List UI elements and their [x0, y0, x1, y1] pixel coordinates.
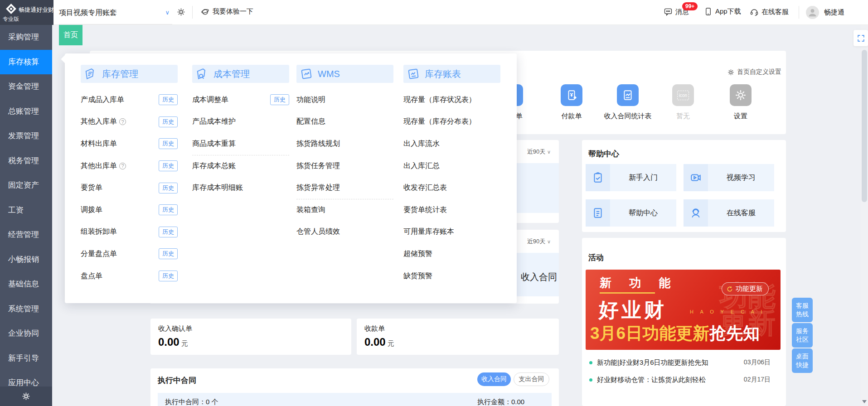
menu-item[interactable]: 拣货异常处理 ? [296, 177, 393, 199]
online-service-button[interactable]: 在线客服 [750, 7, 789, 16]
gear-icon[interactable] [22, 392, 30, 401]
menu-item[interactable]: 库存成本总账 ? [192, 155, 289, 177]
menu-item[interactable]: 拣货路线规划 ? [296, 133, 393, 155]
income-contract-pill[interactable]: 收入合同 [477, 372, 511, 386]
history-badge[interactable]: 历史 [270, 94, 289, 105]
shortcut-settings-label: 设置 [713, 112, 768, 121]
menu-item[interactable]: 组装拆卸单 ? 历史 [81, 221, 178, 243]
document-icon [592, 207, 604, 219]
shortcut-contract-report-label: 收入合同统计表 [601, 112, 655, 121]
menu-item[interactable]: 调拨单 ? 历史 [81, 199, 178, 221]
placeholder-icon: icon [677, 91, 689, 100]
fullscreen-button[interactable] [853, 30, 868, 46]
shortcut-contract-report[interactable]: 收入合同统计表 [601, 84, 655, 121]
history-badge[interactable]: 历史 [159, 94, 178, 105]
help-question-icon[interactable]: ? [119, 118, 126, 125]
stat-value: 0.00元 [158, 336, 188, 348]
menu-item[interactable]: 超储预警 ? [403, 243, 500, 265]
menu-item[interactable]: 要货单 ? 历史 [81, 177, 178, 199]
news-item[interactable]: 好业财移动仓管：让拣货从此刻轻松 02月17日 [586, 373, 782, 387]
menu-item[interactable]: 库存成本明细账 ? [192, 177, 289, 199]
sidebar-item[interactable]: 企业协同 [0, 321, 52, 346]
scroll-down-arrow[interactable] [862, 400, 867, 403]
history-badge[interactable]: 历史 [159, 271, 178, 281]
sidebar-item[interactable]: 总账管理 [0, 99, 52, 124]
income-confirm-card[interactable]: 收入确认单 0.00元 [150, 319, 351, 355]
dock-tab[interactable]: 桌面 快捷 [792, 348, 813, 373]
history-badge[interactable]: 历史 [159, 160, 178, 171]
smartphone-icon [704, 7, 713, 16]
sidebar-item[interactable]: 发票管理 [0, 124, 52, 149]
menu-item[interactable]: 产成品入库单 ? 历史 [81, 89, 178, 111]
history-badge[interactable]: 历史 [159, 204, 178, 215]
menu-header-inventory: 库存管理 [81, 65, 178, 83]
sidebar-item[interactable]: 系统管理 [0, 297, 52, 322]
history-badge[interactable]: 历史 [159, 248, 178, 259]
sidebar-item[interactable]: 资金管理 [0, 74, 52, 99]
dock-tab[interactable]: 客服 热线 [792, 298, 813, 322]
sidebar-item[interactable]: 税务管理 [0, 149, 52, 174]
range-dropdown[interactable]: 近90天 ∨ [527, 237, 551, 246]
menu-item[interactable]: 其他入库单 ? 历史 [81, 111, 178, 133]
sidebar-item[interactable]: 基础信息 [0, 272, 52, 297]
menu-item[interactable]: 配置信息 ? [296, 111, 393, 133]
menu-item[interactable]: 要货单统计表 ? [403, 199, 500, 221]
dock-tab[interactable]: 服务 社区 [792, 323, 813, 348]
promo-banner[interactable]: 功能 更新 新 功 能 好业财 3月6日功能更新抢先知 功能更新 H A O Y… [586, 270, 781, 350]
menu-item[interactable]: 产品成本维护 ? [192, 111, 289, 133]
tab-home[interactable]: 首页 [59, 25, 82, 45]
menu-item[interactable]: 出入库流水 ? [403, 133, 500, 155]
menu-item[interactable]: 盘点单 ? 历史 [81, 265, 178, 287]
news-item[interactable]: 新功能|好业财3月6日功能更新抢先知 03月06日 [586, 356, 782, 369]
range-dropdown[interactable]: 近90天 ∨ [527, 148, 551, 156]
shortcut-empty[interactable]: icon 暂无 [656, 84, 710, 121]
user-avatar[interactable] [806, 6, 819, 19]
menu-item[interactable]: 缺货预警 ? [403, 265, 500, 287]
account-selector[interactable]: 项目视频专用账套 ∨ [59, 0, 172, 24]
user-name[interactable]: 畅捷通 [824, 8, 844, 17]
sidebar-item[interactable]: 采购管理 [0, 25, 52, 50]
shortcut-payment[interactable]: 付款单 [544, 84, 599, 121]
menu-item[interactable]: 成本调整单 ? 历史 [192, 89, 289, 111]
help-tile-video-learning[interactable]: 视频学习 [684, 164, 774, 191]
menu-item[interactable]: 材料出库单 ? 历史 [81, 133, 178, 155]
expense-contract-pill[interactable]: 支出合同 [514, 372, 549, 386]
sidebar-item[interactable]: 新手引导 [0, 346, 52, 371]
scrollbar-thumb[interactable] [862, 50, 867, 202]
help-tile-online-service[interactable]: 在线客服 [684, 199, 774, 227]
sidebar-item[interactable]: 工资 [0, 198, 52, 223]
menu-item[interactable]: 可用量库存账本 ? [403, 221, 500, 243]
help-center-card: 帮助中心 新手入门 视频学习 帮助中心 在线客服 [582, 140, 786, 232]
experience-link[interactable]: 我要体验一下 [201, 7, 253, 16]
menu-item[interactable]: 出入库汇总 ? [403, 155, 500, 177]
help-tile-help-center[interactable]: 帮助中心 [586, 199, 676, 227]
menu-item[interactable]: 功能说明 ? [296, 89, 393, 111]
history-badge[interactable]: 历史 [159, 183, 178, 193]
menu-item[interactable]: 现存量（库存状况表） ? [403, 89, 500, 111]
menu-item[interactable]: 装箱查询 ? [296, 199, 393, 221]
home-customize-link[interactable]: 首页自定义设置 [727, 68, 781, 76]
menu-item[interactable]: 其他出库单 ? 历史 [81, 155, 178, 177]
menu-item[interactable]: 现存量（库存分布表） ? [403, 111, 500, 133]
menu-item[interactable]: 收发存汇总表 ? [403, 177, 500, 199]
help-question-icon[interactable]: ? [119, 163, 126, 169]
menu-item[interactable]: 拣货任务管理 ? [296, 155, 393, 177]
receipt-card[interactable]: 收款单 0.00元 [357, 319, 559, 355]
scrollbar-track[interactable] [861, 25, 868, 406]
menu-item[interactable]: 商品成本重算 ? [192, 133, 289, 155]
shortcut-payment-label: 付款单 [544, 112, 599, 121]
history-badge[interactable]: 历史 [159, 138, 178, 149]
help-tile-getting-started[interactable]: 新手入门 [586, 164, 676, 191]
account-name: 项目视频专用账套 [59, 8, 117, 18]
sidebar-item[interactable]: 小畅报销 [0, 247, 52, 272]
app-download-button[interactable]: App下载 [704, 7, 741, 16]
shortcut-settings[interactable]: 设置 [713, 84, 768, 121]
history-badge[interactable]: 历史 [159, 227, 178, 237]
history-badge[interactable]: 历史 [159, 116, 178, 127]
sidebar-item[interactable]: 库存核算 [0, 50, 52, 75]
sidebar-item[interactable]: 固定资产 [0, 173, 52, 198]
menu-item[interactable]: 仓管人员绩效 ? [296, 221, 393, 243]
account-settings-gear[interactable] [177, 8, 185, 18]
sidebar-item[interactable]: 经营管理 [0, 222, 52, 247]
menu-item[interactable]: 分量盘点单 ? 历史 [81, 243, 178, 265]
